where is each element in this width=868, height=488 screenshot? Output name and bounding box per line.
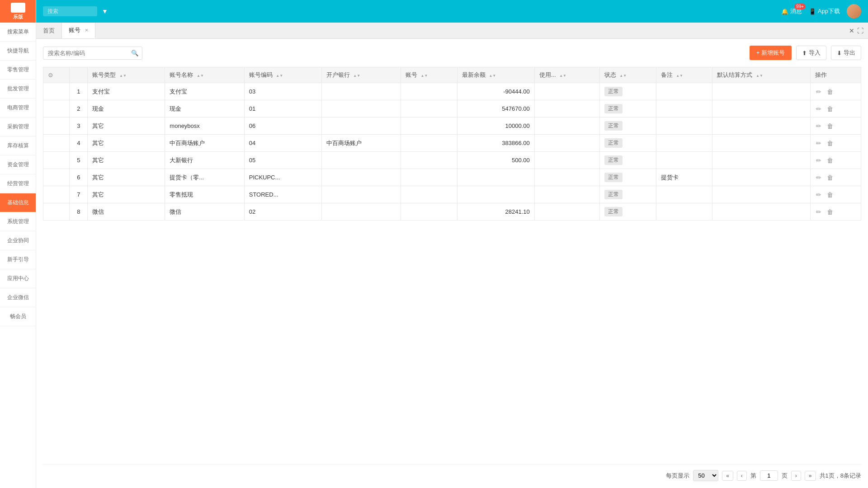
import-button[interactable]: ⬆ 导入 [796, 46, 826, 60]
sidebar-item-quick-nav[interactable]: 快捷导航 [0, 42, 36, 61]
row-usage [534, 100, 599, 117]
sidebar-item-capital[interactable]: 资金管理 [0, 155, 36, 174]
delete-button[interactable]: 🗑 [826, 122, 834, 131]
header-left: ▼ [43, 6, 108, 16]
col-balance[interactable]: 最新余额 ▲▼ [457, 67, 534, 83]
delete-button[interactable]: 🗑 [826, 190, 834, 199]
edit-button[interactable]: ✏ [815, 207, 822, 216]
row-type: 其它 [88, 169, 165, 186]
col-usage[interactable]: 使用... ▲▼ [534, 67, 599, 83]
maximize-tab-btn[interactable]: ⛶ [857, 27, 863, 34]
col-name[interactable]: 账号名称 ▲▼ [165, 67, 244, 83]
user-avatar[interactable] [847, 4, 861, 19]
next-page-btn[interactable]: › [791, 471, 801, 481]
col-type[interactable]: 账号类型 ▲▼ [88, 67, 165, 83]
row-bank [321, 117, 401, 135]
export-icon: ⬇ [837, 50, 842, 56]
col-bank[interactable]: 开户银行 ▲▼ [321, 67, 401, 83]
sidebar-item-enterprise[interactable]: 企业协同 [0, 231, 36, 250]
action-buttons: ✏ 🗑 [815, 190, 856, 199]
row-type: 微信 [88, 203, 165, 221]
edit-button[interactable]: ✏ [815, 156, 822, 165]
sidebar-item-members[interactable]: 畅会员 [0, 307, 36, 326]
sidebar-item-operations[interactable]: 经营管理 [0, 174, 36, 193]
row-name: 支付宝 [165, 83, 244, 100]
col-settings[interactable]: ⚙ [43, 67, 70, 83]
edit-button[interactable]: ✏ [815, 173, 822, 182]
sidebar: 乐版 搜索菜单快捷导航零售管理批发管理电商管理采购管理库存核算资金管理经营管理基… [0, 0, 36, 488]
delete-button[interactable]: 🗑 [826, 207, 834, 216]
delete-button[interactable]: 🗑 [826, 139, 834, 148]
row-account [401, 152, 457, 169]
sidebar-item-search[interactable]: 搜索菜单 [0, 23, 36, 42]
delete-button[interactable]: 🗑 [826, 173, 834, 182]
edit-button[interactable]: ✏ [815, 190, 822, 199]
tab-account[interactable]: 账号× [62, 23, 95, 38]
sort-arrows-balance: ▲▼ [489, 74, 496, 78]
search-button[interactable]: 🔍 [131, 50, 139, 56]
header-search-input[interactable] [43, 6, 97, 16]
sidebar-item-retail[interactable]: 零售管理 [0, 61, 36, 80]
row-code: 06 [244, 117, 321, 135]
sidebar-item-system[interactable]: 系统管理 [0, 212, 36, 231]
tab-actions: ✕ ⛶ [844, 23, 868, 38]
status-badge: 正常 [604, 207, 623, 216]
prev-page-btn[interactable]: ‹ [737, 471, 747, 481]
header-dropdown-btn[interactable]: ▼ [102, 8, 108, 15]
close-tab-btn[interactable]: ✕ [849, 27, 854, 34]
row-account [401, 117, 457, 135]
tab-bar: 首页账号× ✕ ⛶ [36, 23, 868, 39]
col-remark[interactable]: 备注 ▲▼ [656, 67, 712, 83]
action-buttons: ✏ 🗑 [815, 207, 856, 216]
row-code: 01 [244, 100, 321, 117]
row-index: 6 [70, 169, 88, 186]
row-usage [534, 152, 599, 169]
first-page-btn[interactable]: « [722, 471, 733, 481]
col-code[interactable]: 账号编码 ▲▼ [244, 67, 321, 83]
sidebar-item-app-center[interactable]: 应用中心 [0, 269, 36, 288]
sidebar-item-inventory[interactable]: 库存核算 [0, 136, 36, 155]
row-settings [43, 100, 70, 117]
app-download-btn[interactable]: 📱 App下载 [809, 7, 840, 15]
sidebar-item-guide[interactable]: 新手引导 [0, 250, 36, 269]
row-index: 2 [70, 100, 88, 117]
page-input[interactable] [760, 470, 778, 481]
sidebar-item-basic-info[interactable]: 基础信息 [0, 193, 36, 212]
sidebar-item-ecommerce[interactable]: 电商管理 [0, 99, 36, 117]
row-name: moneybosx [165, 117, 244, 135]
pagination-bar: 每页显示 102050100 « ‹ 第 页 › » 共1页，8条记录 [43, 464, 861, 481]
add-account-button[interactable]: + 新增账号 [750, 46, 792, 60]
row-balance [457, 186, 534, 203]
app-subtitle: 乐版 [13, 14, 23, 20]
edit-button[interactable]: ✏ [815, 87, 822, 96]
delete-button[interactable]: 🗑 [826, 104, 834, 113]
last-page-btn[interactable]: » [805, 471, 816, 481]
bell-icon: 🔔 [781, 8, 788, 15]
page-size-select[interactable]: 102050100 [693, 470, 718, 481]
notification-badge: 99+ [794, 4, 806, 9]
sidebar-item-wechat[interactable]: 企业微信 [0, 288, 36, 307]
col-settlement[interactable]: 默认结算方式 ▲▼ [712, 67, 811, 83]
edit-button[interactable]: ✏ [815, 139, 822, 148]
search-input[interactable] [43, 47, 142, 60]
sidebar-item-wholesale[interactable]: 批发管理 [0, 80, 36, 99]
main-area: ▼ 🔔 消息 99+ 📱 App下载 首页账号× ✕ ⛶ [36, 0, 868, 488]
col-account[interactable]: 账号 ▲▼ [401, 67, 457, 83]
edit-button[interactable]: ✏ [815, 104, 822, 113]
export-label: 导出 [844, 49, 855, 57]
delete-button[interactable]: 🗑 [826, 156, 834, 165]
sidebar-item-purchase[interactable]: 采购管理 [0, 117, 36, 136]
delete-button[interactable]: 🗑 [826, 87, 834, 96]
action-buttons: ✏ 🗑 [815, 122, 856, 131]
export-button[interactable]: ⬇ 导出 [831, 46, 861, 60]
tab-close-account[interactable]: × [85, 27, 88, 33]
col-status[interactable]: 状态 ▲▼ [599, 67, 656, 83]
row-account [401, 83, 457, 100]
tab-home[interactable]: 首页 [36, 23, 62, 38]
notification-btn[interactable]: 🔔 消息 99+ [781, 7, 802, 15]
row-settlement [712, 100, 811, 117]
edit-button[interactable]: ✏ [815, 122, 822, 131]
status-badge: 正常 [604, 87, 623, 96]
row-account [401, 100, 457, 117]
row-remark [656, 135, 712, 152]
